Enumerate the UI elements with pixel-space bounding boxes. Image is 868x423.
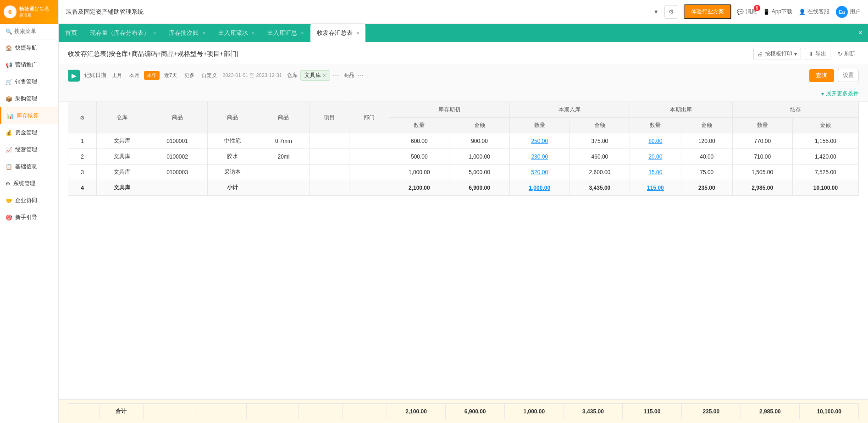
footer-label: 合计 [99,404,143,419]
chevron-down-icon: ▾ [794,51,797,57]
sidebar-item-basic-info[interactable]: 📋 基础信息 [0,158,58,175]
download-action[interactable]: 📱 App下载 [763,8,792,16]
cell-open-amt: 1,000.00 [449,149,509,165]
cell-out-qty[interactable]: 20.00 [630,149,681,165]
tabbar-close-btn[interactable]: × [858,29,862,37]
sidebar-item-inventory[interactable]: 📊 库存核算 [0,107,58,124]
export-btn[interactable]: ⬇ 导出 [805,48,830,60]
purchase-icon: 📦 [6,96,12,102]
system-dropdown[interactable]: ▼ [653,9,659,15]
cell-no: 1 [68,133,97,149]
cell-spec: 0.7mm [258,133,310,149]
cell-out-qty[interactable]: 15.00 [630,165,681,180]
sidebar-item-marketing[interactable]: 📢 营销推广 [0,56,58,73]
sidebar-item-enterprise[interactable]: 🤝 企业协同 [0,192,58,209]
logo-text: 畅捷通好生意 [19,5,50,12]
th-bal-amt: 金额 [792,118,858,133]
cell-dept [349,149,389,165]
cell-open-amt: 5,000.00 [449,165,509,180]
sidebar-item-newbie[interactable]: 🎯 新手引导 [0,209,58,226]
page-title: 收发存汇总表(按仓库+商品编码+商品+规格型号+项目+部门) [68,50,238,58]
cell-in-qty[interactable]: 230.00 [509,149,569,165]
sidebar-item-system[interactable]: ⚙ 系统管理 [0,175,58,192]
th-goods-name: 商品 [207,102,258,133]
footer-in-qty: 1,000.00 [504,404,564,419]
date-btn-7days[interactable]: 近7天 [161,71,180,80]
content-area: 收发存汇总表(按仓库+商品编码+商品+规格型号+项目+部门) 🖨 按模板打印 ▾… [59,42,868,423]
th-out-amt: 金额 [681,118,732,133]
tab-close-inout-flow[interactable]: × [252,30,254,36]
cell-code: 0100003 [147,165,207,180]
footer-in-amt: 3,435.00 [564,404,623,419]
table-row: 1 文具库 0100001 中性笔 0.7mm 600.00 900.00 25… [68,133,859,149]
date-btn-prev-month[interactable]: 上月 [109,71,125,80]
trial-btn[interactable]: 体验行业方案 [684,4,731,19]
th-settings[interactable]: ⚙ [68,102,97,133]
cell-in-qty[interactable]: 250.00 [509,133,569,149]
th-dept: 部门 [349,102,389,133]
system-icon: ⚙ [6,181,11,187]
operations-icon: 📈 [6,147,12,153]
tab-close-inout-summary[interactable]: × [301,30,304,36]
filter-expand-btn[interactable]: ▶ [68,70,80,82]
footer-table: 合计 2,100.00 6,900.00 1,000.00 3,435.00 1… [68,403,859,419]
date-btn-cur-year[interactable]: 本年 [144,71,160,80]
sidebar-item-purchase[interactable]: 📦 采购管理 [0,90,58,107]
goods-more-btn[interactable]: ··· [357,71,363,80]
cell-open-amt: 900.00 [449,133,509,149]
message-action[interactable]: 💬 消息 6 [737,8,757,16]
template-print-btn[interactable]: 🖨 按模板打印 ▾ [753,48,801,60]
filter-settings-btn[interactable]: 设置 [838,69,859,82]
settings-btn[interactable]: ⚙ [664,5,678,19]
enterprise-icon: 🤝 [6,198,12,204]
tab-inout-flow[interactable]: 出入库流水 × [212,24,261,42]
cell-warehouse: 文具库 [97,149,147,165]
footer-open-amt: 6,900.00 [446,404,505,419]
tab-batch-account[interactable]: 库存批次账 × [162,24,211,42]
cell-in-qty[interactable]: 520.00 [509,165,569,180]
tab-close-receive-summary[interactable]: × [356,30,359,36]
warehouse-more-btn[interactable]: ··· [333,71,339,80]
sidebar-item-finance[interactable]: 💰 资金管理 [0,124,58,141]
tab-inventory-dist[interactable]: 现存量（库存分布表） × [83,24,162,42]
tab-receive-summary[interactable]: 收发存汇总表 × [310,24,365,42]
sidebar-item-search[interactable]: 🔍 搜索菜单 [0,24,58,39]
tab-inout-summary[interactable]: 出入库汇总 × [261,24,310,42]
search-icon: 🔍 [6,28,12,35]
cell-sub-out-amt: 235.00 [681,180,732,196]
sidebar-item-sales[interactable]: 🛒 销售管理 [0,73,58,90]
warehouse-tag-close[interactable]: × [323,72,326,79]
sidebar-item-quick-nav[interactable]: 🏠 快捷导航 [0,39,58,56]
sidebar-logo: 6 畅捷通好生意 标准版 [0,0,58,24]
th-bal-qty: 数量 [732,118,792,133]
footer-bal-amt: 10,100.00 [800,404,859,419]
th-out-group: 本期出库 [630,102,733,118]
date-btn-more[interactable]: 更多 [182,71,197,80]
tab-close-batch-account[interactable]: × [202,30,205,36]
home-icon: 🏠 [6,45,12,51]
warehouse-filter-group: 仓库 文具库 × ··· [287,70,339,81]
cell-code: 0100001 [147,133,207,149]
refresh-btn[interactable]: ↻ 刷新 [834,48,859,60]
cell-sub-no: 4 [68,180,97,196]
date-btn-custom[interactable]: 自定义 [199,71,220,80]
th-project: 项目 [309,102,349,133]
user-action[interactable]: Ea 用户 [836,6,861,18]
tab-close-inventory-dist[interactable]: × [153,30,156,36]
sidebar-item-operations[interactable]: 📈 经营管理 [0,141,58,158]
cell-out-qty[interactable]: 80.00 [630,133,681,149]
service-icon: 👤 [799,9,806,15]
cell-name: 胶水 [207,149,258,165]
cell-out-amt: 40.00 [681,149,732,165]
service-action[interactable]: 👤 在线客服 [799,8,829,16]
cell-sub-in-qty[interactable]: 1,000.00 [509,180,569,196]
query-btn[interactable]: 查询 [809,69,834,82]
cell-open-qty: 500.00 [389,149,449,165]
expand-conditions-btn[interactable]: ▾ 展开更多条件 [821,90,859,98]
warehouse-tag[interactable]: 文具库 × [300,70,330,81]
date-btn-cur-month[interactable]: 本月 [127,71,142,80]
tab-home[interactable]: 首页 [59,24,83,42]
cell-sub-out-qty[interactable]: 115.00 [630,180,681,196]
cell-sub-code [147,180,207,196]
cell-project [309,133,349,149]
